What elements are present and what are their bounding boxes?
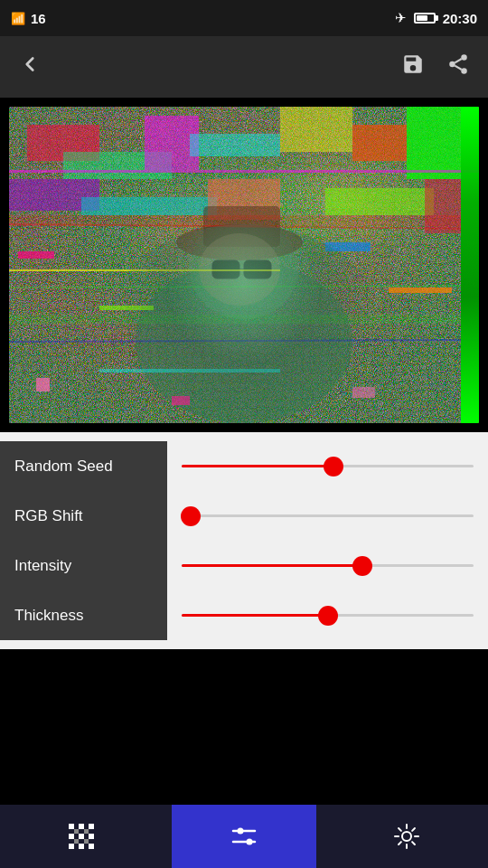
svg-rect-35 bbox=[389, 288, 452, 293]
svg-rect-27 bbox=[244, 260, 271, 278]
grid-icon bbox=[67, 822, 96, 851]
sliders-icon bbox=[230, 822, 258, 851]
status-left: 📶 16 bbox=[11, 11, 46, 26]
slider-label-2: Intensity bbox=[0, 541, 167, 590]
slider-track-1[interactable] bbox=[182, 514, 474, 517]
svg-rect-43 bbox=[172, 396, 190, 405]
slider-label-0: Random Seed bbox=[0, 441, 167, 491]
battery-icon bbox=[414, 13, 436, 24]
svg-line-3 bbox=[455, 65, 461, 69]
svg-rect-36 bbox=[9, 215, 479, 226]
svg-rect-49 bbox=[79, 834, 84, 839]
toolbar bbox=[0, 36, 488, 98]
svg-rect-38 bbox=[461, 107, 479, 423]
slider-container-2[interactable] bbox=[167, 541, 488, 590]
slider-thumb-1[interactable] bbox=[181, 506, 201, 526]
svg-rect-15 bbox=[407, 107, 479, 179]
svg-rect-42 bbox=[36, 378, 50, 392]
sim-count: 16 bbox=[31, 11, 46, 26]
slider-fill-3 bbox=[182, 614, 328, 617]
svg-point-2 bbox=[461, 68, 467, 74]
image-area bbox=[0, 98, 488, 432]
glitch-image bbox=[9, 107, 479, 423]
svg-line-70 bbox=[399, 842, 401, 844]
nav-brightness-button[interactable] bbox=[334, 805, 479, 868]
slider-track-2[interactable] bbox=[182, 564, 474, 567]
svg-rect-45 bbox=[69, 824, 74, 829]
svg-rect-48 bbox=[69, 834, 74, 839]
slider-container-1[interactable] bbox=[167, 491, 488, 541]
svg-rect-17 bbox=[81, 197, 217, 215]
svg-rect-32 bbox=[18, 251, 54, 259]
share-button[interactable] bbox=[446, 52, 470, 82]
svg-point-62 bbox=[402, 832, 411, 841]
nav-sliders-button[interactable] bbox=[172, 805, 316, 868]
status-right: ✈ 20:30 bbox=[395, 10, 477, 26]
back-button[interactable] bbox=[18, 52, 42, 82]
svg-rect-33 bbox=[99, 306, 154, 310]
glitch-svg bbox=[9, 107, 479, 423]
slider-label-1: RGB Shift bbox=[0, 491, 167, 541]
svg-point-0 bbox=[461, 54, 467, 60]
svg-rect-52 bbox=[79, 844, 84, 849]
svg-rect-13 bbox=[280, 107, 352, 152]
svg-rect-55 bbox=[84, 829, 89, 834]
svg-rect-34 bbox=[325, 242, 371, 251]
controls-area: Random SeedRGB ShiftIntensityThickness bbox=[0, 432, 488, 649]
svg-rect-56 bbox=[74, 839, 79, 844]
svg-point-61 bbox=[247, 839, 253, 845]
slider-fill-0 bbox=[182, 465, 333, 467]
svg-line-67 bbox=[399, 828, 401, 831]
slider-thumb-2[interactable] bbox=[352, 556, 372, 576]
slider-thumb-3[interactable] bbox=[318, 606, 338, 626]
svg-rect-44 bbox=[352, 387, 375, 398]
bottom-nav bbox=[0, 805, 488, 868]
svg-rect-46 bbox=[79, 824, 84, 829]
save-button[interactable] bbox=[401, 52, 425, 82]
sun-icon bbox=[392, 822, 421, 851]
svg-rect-12 bbox=[190, 134, 280, 156]
svg-point-21 bbox=[136, 260, 352, 423]
airplane-icon: ✈ bbox=[395, 10, 407, 26]
svg-line-69 bbox=[412, 828, 415, 831]
svg-line-4 bbox=[455, 59, 461, 62]
glitch-canvas bbox=[9, 107, 479, 423]
svg-rect-47 bbox=[89, 824, 94, 829]
slider-track-0[interactable] bbox=[182, 465, 474, 467]
slider-row-intensity: Intensity bbox=[0, 541, 488, 590]
time-display: 20:30 bbox=[443, 11, 477, 26]
status-bar: 📶 16 ✈ 20:30 bbox=[0, 0, 488, 36]
svg-rect-53 bbox=[89, 844, 94, 849]
svg-rect-50 bbox=[89, 834, 94, 839]
slider-fill-2 bbox=[182, 564, 362, 567]
svg-point-25 bbox=[199, 233, 280, 306]
slider-label-3: Thickness bbox=[0, 590, 167, 640]
svg-rect-54 bbox=[74, 829, 79, 834]
svg-line-68 bbox=[412, 842, 415, 844]
svg-rect-39 bbox=[9, 170, 479, 173]
slider-row-thickness: Thickness bbox=[0, 590, 488, 640]
svg-rect-57 bbox=[84, 839, 89, 844]
slider-row-random-seed: Random Seed bbox=[0, 441, 488, 491]
slider-container-3[interactable] bbox=[167, 590, 488, 640]
svg-rect-26 bbox=[212, 260, 239, 278]
svg-rect-19 bbox=[325, 188, 434, 215]
svg-point-23 bbox=[176, 224, 303, 260]
slider-thumb-0[interactable] bbox=[324, 457, 343, 476]
svg-point-22 bbox=[190, 220, 298, 319]
svg-rect-51 bbox=[69, 844, 74, 849]
svg-rect-40 bbox=[9, 269, 280, 271]
svg-rect-41 bbox=[99, 369, 280, 373]
sim-icon: 📶 bbox=[11, 12, 25, 25]
slider-container-0[interactable] bbox=[167, 441, 488, 491]
svg-point-1 bbox=[449, 61, 455, 67]
nav-grid-button[interactable] bbox=[9, 805, 154, 868]
svg-rect-24 bbox=[203, 206, 280, 247]
svg-rect-14 bbox=[352, 125, 407, 161]
toolbar-actions bbox=[401, 52, 470, 82]
slider-row-rgb-shift: RGB Shift bbox=[0, 491, 488, 541]
svg-rect-37 bbox=[9, 315, 479, 324]
slider-track-3[interactable] bbox=[182, 614, 474, 617]
svg-point-59 bbox=[238, 828, 244, 835]
